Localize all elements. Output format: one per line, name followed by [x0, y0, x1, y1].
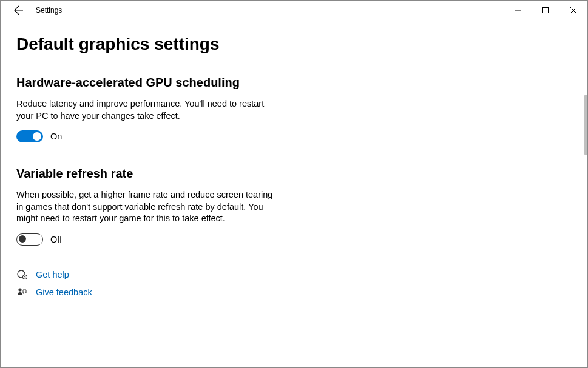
toggle-knob [33, 132, 41, 141]
help-links: ? Get help Give feedback [16, 270, 572, 297]
svg-point-7 [18, 288, 21, 291]
svg-text:?: ? [24, 275, 25, 279]
give-feedback-row: Give feedback [16, 287, 572, 297]
vrr-description: When possible, get a higher frame rate a… [16, 189, 277, 225]
window-controls [504, 1, 587, 20]
feedback-icon [16, 287, 27, 297]
gpu-scheduling-toggle[interactable] [16, 130, 43, 142]
gpu-scheduling-toggle-label: On [50, 132, 62, 141]
gpu-scheduling-toggle-row: On [16, 130, 572, 142]
app-title: Settings [36, 6, 62, 15]
scrollbar[interactable] [584, 95, 588, 155]
vrr-toggle[interactable] [16, 233, 43, 246]
minimize-button[interactable] [504, 1, 532, 20]
svg-rect-1 [543, 8, 549, 13]
page-title: Default graphics settings [16, 35, 572, 54]
maximize-icon [542, 7, 549, 13]
vrr-toggle-row: Off [16, 233, 572, 246]
minimize-icon [515, 7, 521, 13]
gpu-scheduling-description: Reduce latency and improve performance. … [16, 98, 277, 122]
toggle-knob [19, 235, 26, 243]
help-icon: ? [16, 270, 27, 280]
back-button[interactable] [7, 1, 31, 20]
maximize-button[interactable] [532, 1, 559, 20]
gpu-scheduling-heading: Hardware-accelerated GPU scheduling [16, 76, 572, 90]
arrow-left-icon [14, 5, 24, 15]
vrr-heading: Variable refresh rate [16, 167, 572, 181]
give-feedback-link[interactable]: Give feedback [36, 287, 92, 297]
titlebar: Settings [1, 1, 587, 20]
content-area: Default graphics settings Hardware-accel… [1, 20, 587, 309]
close-icon [570, 7, 576, 13]
close-button[interactable] [559, 1, 587, 20]
get-help-row: ? Get help [16, 270, 572, 280]
get-help-link[interactable]: Get help [36, 270, 69, 279]
vrr-toggle-label: Off [50, 235, 62, 244]
